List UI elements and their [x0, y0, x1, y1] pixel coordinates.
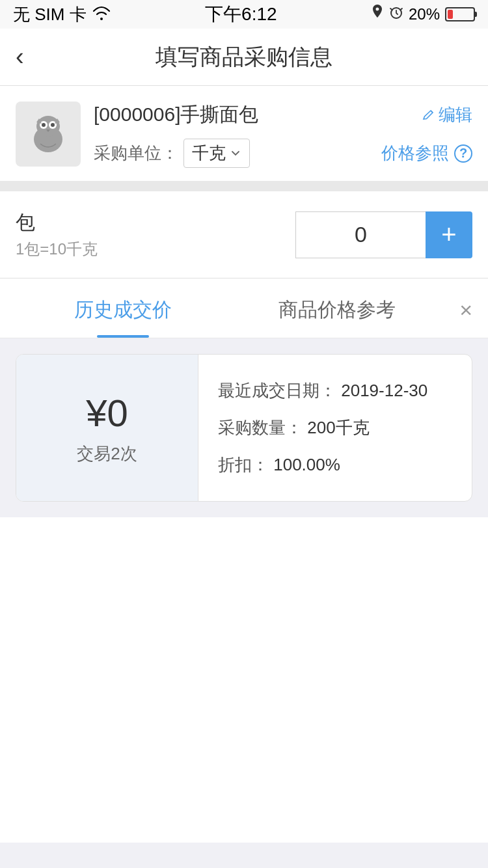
- product-image: [16, 102, 81, 167]
- product-header: [0000006]手撕面包 编辑 采购单位： 千克: [16, 102, 472, 181]
- price-detail-value-2: 200千克: [307, 418, 369, 437]
- tab-history-price[interactable]: 历史成交价: [16, 278, 230, 338]
- price-card-container: ¥0 交易2次 最近成交日期： 2019-12-30 采购数量： 200千克 折…: [0, 338, 488, 517]
- quantity-section: 包 1包=10千克 +: [0, 191, 488, 278]
- quantity-unit-name: 包: [16, 210, 98, 236]
- price-card-right: 最近成交日期： 2019-12-30 采购数量： 200千克 折扣： 100.0…: [198, 355, 472, 501]
- tab-product-price-ref[interactable]: 商品价格参考: [230, 278, 444, 338]
- battery-icon: [445, 7, 475, 21]
- svg-point-6: [51, 123, 55, 127]
- unit-row: 采购单位： 千克 价格参照 ?: [94, 139, 472, 168]
- page-title: 填写商品采购信息: [156, 42, 332, 72]
- price-detail-label-3: 折扣：: [218, 455, 269, 474]
- status-time: 下午6:12: [205, 2, 277, 27]
- price-detail-value-3: 100.00%: [273, 455, 340, 474]
- product-name-row: [0000006]手撕面包 编辑: [94, 102, 472, 128]
- edit-icon: [422, 108, 436, 122]
- chevron-down-icon: [230, 148, 241, 159]
- help-icon: ?: [454, 144, 472, 163]
- product-logo-icon: [22, 108, 74, 160]
- status-bar: 无 SIM 卡 下午6:12 20%: [0, 0, 488, 29]
- quantity-unit-conversion: 1包=10千克: [16, 239, 98, 260]
- price-ref-label: 价格参照: [381, 142, 449, 165]
- quantity-input-group: +: [295, 211, 472, 258]
- alarm-icon: [389, 5, 403, 23]
- price-detail-row-2: 采购数量： 200千克: [218, 415, 452, 441]
- edit-button[interactable]: 编辑: [422, 103, 472, 126]
- price-card: ¥0 交易2次 最近成交日期： 2019-12-30 采购数量： 200千克 折…: [16, 354, 472, 502]
- unit-select-button[interactable]: 千克: [183, 139, 250, 168]
- tabs-section: 历史成交价 商品价格参考 × ¥0 交易2次 最近成交日期： 2019-12-3…: [0, 278, 488, 517]
- nav-bar: ‹ 填写商品采购信息: [0, 29, 488, 86]
- unit-value: 千克: [192, 142, 226, 165]
- price-detail-value-1: 2019-12-30: [341, 381, 427, 400]
- product-info: [0000006]手撕面包 编辑 采购单位： 千克: [94, 102, 472, 168]
- product-section: [0000006]手撕面包 编辑 采购单位： 千克: [0, 86, 488, 181]
- tab-close-button[interactable]: ×: [444, 279, 472, 337]
- back-button[interactable]: ‹: [16, 43, 24, 71]
- quantity-input[interactable]: [295, 211, 426, 258]
- status-right: 20%: [371, 5, 475, 24]
- quantity-unit: 包 1包=10千克: [16, 210, 98, 260]
- currency-symbol: ¥: [86, 392, 107, 434]
- battery-percent: 20%: [409, 5, 440, 23]
- price-value: 0: [107, 392, 128, 434]
- price-detail-label-2: 采购数量：: [218, 418, 303, 437]
- price-detail-label-1: 最近成交日期：: [218, 381, 336, 400]
- svg-point-5: [42, 123, 46, 127]
- no-sim-text: 无 SIM 卡: [13, 3, 87, 26]
- quantity-plus-button[interactable]: +: [426, 211, 472, 258]
- status-left: 无 SIM 卡: [13, 3, 111, 26]
- product-name: [0000006]手撕面包: [94, 102, 258, 128]
- wifi-icon: [92, 5, 111, 25]
- location-icon: [371, 5, 384, 24]
- tabs-header: 历史成交价 商品价格参考 ×: [0, 278, 488, 338]
- price-card-left: ¥0 交易2次: [16, 355, 198, 501]
- price-trade-count: 交易2次: [77, 442, 137, 465]
- purchase-unit-label: 采购单位：: [94, 142, 178, 165]
- bottom-space: [0, 517, 488, 843]
- price-detail-row-1: 最近成交日期： 2019-12-30: [218, 378, 452, 403]
- price-amount: ¥0: [86, 391, 128, 435]
- section-divider: [0, 181, 488, 191]
- price-ref-button[interactable]: 价格参照 ?: [381, 142, 472, 165]
- price-detail-row-3: 折扣： 100.00%: [218, 452, 452, 478]
